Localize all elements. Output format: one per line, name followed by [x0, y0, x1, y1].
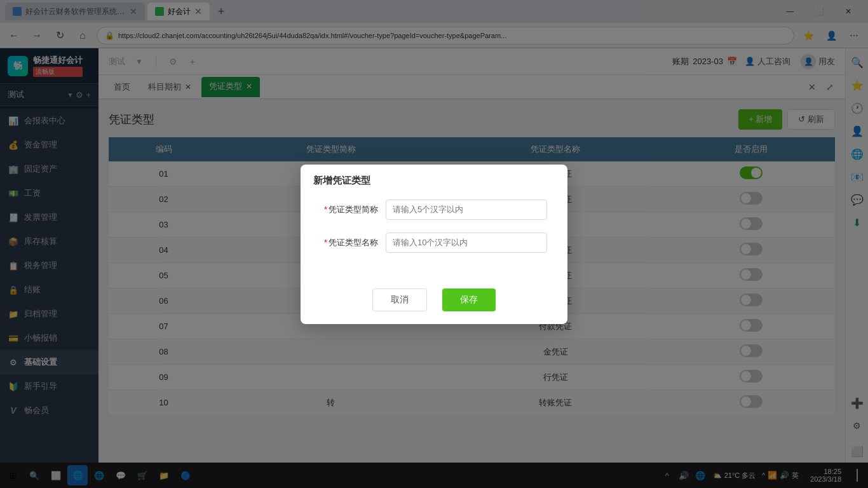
short-name-row: *凭证类型简称: [321, 200, 547, 220]
full-name-input[interactable]: [386, 233, 547, 253]
cancel-button[interactable]: 取消: [372, 288, 427, 311]
full-name-row: *凭证类型名称: [321, 233, 547, 253]
full-name-label: *凭证类型名称: [321, 237, 378, 248]
short-name-label: *凭证类型简称: [321, 204, 378, 215]
dialog-body: *凭证类型简称 *凭证类型名称: [301, 194, 567, 281]
dialog-header: 新增凭证类型: [301, 165, 567, 194]
dialog-title: 新增凭证类型: [313, 175, 555, 187]
required-indicator2: *: [324, 238, 327, 247]
dialog-overlay[interactable]: 新增凭证类型 *凭证类型简称 *凭证类型名称 取消 保存: [0, 0, 868, 488]
required-indicator: *: [324, 205, 327, 214]
save-button[interactable]: 保存: [442, 288, 496, 311]
short-name-input[interactable]: [386, 200, 547, 220]
dialog-footer: 取消 保存: [301, 281, 567, 324]
new-voucher-dialog: 新增凭证类型 *凭证类型简称 *凭证类型名称 取消 保存: [301, 165, 567, 324]
